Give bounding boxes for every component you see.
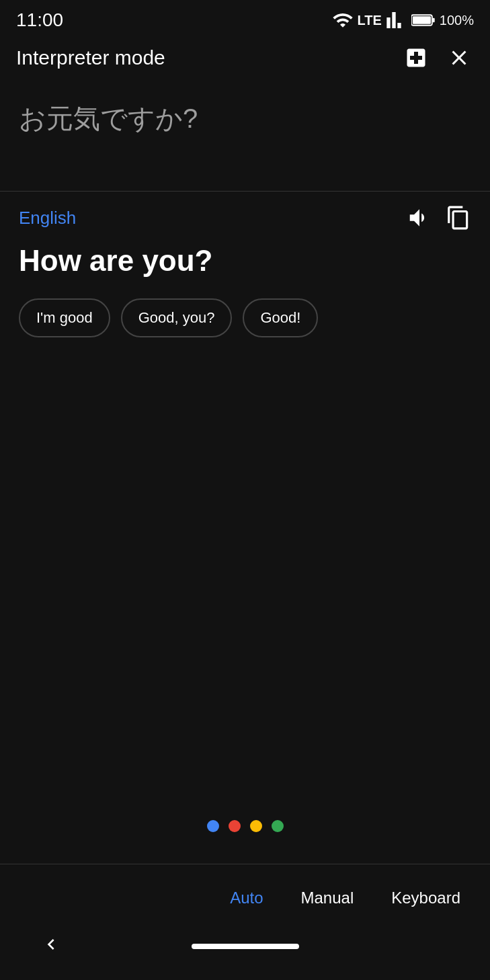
speak-button[interactable]	[407, 205, 432, 231]
translation-section: English How are you? I'm good Good, you?…	[0, 192, 490, 351]
quick-replies: I'm good Good, you? Good!	[19, 298, 471, 337]
speaker-icon	[407, 205, 432, 231]
quick-reply-0[interactable]: I'm good	[19, 298, 110, 337]
source-text-section: お元気ですか?	[0, 83, 490, 191]
close-icon	[447, 46, 471, 70]
lte-label: LTE	[358, 13, 382, 28]
bottom-divider	[0, 864, 490, 864]
battery-icon	[411, 13, 436, 27]
signal-icon	[386, 9, 407, 31]
quick-reply-2[interactable]: Good!	[243, 298, 318, 337]
dot-blue	[207, 820, 219, 832]
translated-text: How are you?	[19, 241, 471, 280]
quick-reply-1[interactable]: Good, you?	[121, 298, 233, 337]
svg-rect-1	[413, 16, 431, 24]
tab-keyboard[interactable]: Keyboard	[389, 883, 463, 913]
svg-rect-2	[432, 18, 434, 22]
page-title: Interpreter mode	[16, 46, 165, 69]
battery-percent: 100%	[440, 13, 474, 28]
dot-green	[272, 820, 284, 832]
top-bar: Interpreter mode	[0, 38, 490, 83]
google-dots	[207, 820, 284, 832]
source-text: お元気ですか?	[19, 99, 471, 137]
back-button[interactable]	[40, 934, 62, 960]
status-icons: LTE 100%	[332, 9, 474, 31]
bottom-tabs: Auto Manual Keyboard	[0, 883, 490, 913]
home-indicator[interactable]	[192, 944, 299, 949]
translation-actions	[407, 205, 471, 231]
close-button[interactable]	[444, 43, 474, 73]
dot-yellow	[250, 820, 262, 832]
wifi-icon	[332, 9, 354, 31]
english-header: English	[19, 205, 471, 231]
nav-bar	[0, 913, 490, 980]
dot-red	[229, 820, 241, 832]
add-to-homescreen-button[interactable]	[401, 43, 431, 73]
status-bar: 11:00 LTE 100%	[0, 0, 490, 38]
top-bar-actions	[401, 43, 474, 73]
copy-button[interactable]	[446, 205, 471, 231]
copy-icon	[446, 205, 471, 231]
language-label: English	[19, 208, 76, 229]
add-homescreen-icon	[404, 46, 428, 70]
status-time: 11:00	[16, 9, 63, 31]
back-icon	[40, 934, 62, 955]
tab-auto[interactable]: Auto	[227, 883, 266, 913]
tab-manual[interactable]: Manual	[298, 883, 357, 913]
